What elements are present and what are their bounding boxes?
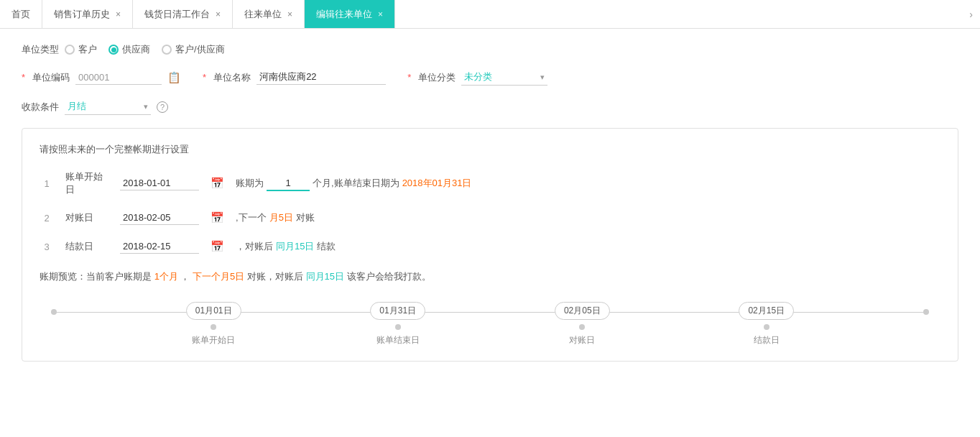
preview-comma1: ， <box>180 271 190 282</box>
box-title: 请按照未来的一个完整帐期进行设置 <box>40 143 940 156</box>
unit-category-value: 未分类 <box>464 70 537 83</box>
payment-value: 月结 <box>68 100 141 113</box>
timeline-left-end <box>51 302 57 315</box>
unit-code-input[interactable] <box>75 70 162 85</box>
row1-label: 账单开始日 <box>65 170 108 196</box>
settlement-row: 3 结款日 📅 ，对账后 同月15日 结款 <box>40 239 940 254</box>
timeline-dot-4 <box>764 324 769 330</box>
row2-cal-icon[interactable]: 📅 <box>211 211 224 224</box>
row2-prefix: ,下一个 <box>236 211 267 224</box>
tab-edit-unit-close[interactable]: × <box>378 9 383 19</box>
account-start-row: 1 账单开始日 📅 账期为 个月,账单结束日期为 2018年01月31日 <box>40 170 940 196</box>
unit-code-label: 单位编码 <box>32 71 70 84</box>
row1-desc: 账期为 个月,账单结束日期为 2018年01月31日 <box>236 176 471 191</box>
payment-help-icon[interactable]: ? <box>157 101 168 113</box>
radio-customer-label: 客户 <box>78 43 97 56</box>
row1-cal-icon[interactable]: 📅 <box>211 177 224 190</box>
unit-code-field: * 单位编码 📋 <box>22 70 181 85</box>
row3-prefix: ，对账后 <box>236 240 273 253</box>
preview-middle: 对账，对账后 <box>247 271 303 282</box>
unit-name-input[interactable] <box>256 70 386 85</box>
payment-select-arrow: ▾ <box>144 102 148 111</box>
account-date-row: 2 对账日 📅 ,下一个 月5日 对账 <box>40 211 940 225</box>
tab-edit-unit[interactable]: 编辑往来单位 × <box>305 0 395 28</box>
row2-suffix: 对账 <box>296 211 315 224</box>
timeline-right-end <box>923 302 929 315</box>
row1-num: 1 <box>40 178 54 189</box>
tab-home-label: 首页 <box>11 8 30 21</box>
timeline-point-1: 01月01日 账单开始日 <box>186 302 241 346</box>
unit-category-star: * <box>407 72 411 83</box>
unit-category-label: 单位分类 <box>418 71 456 84</box>
unit-name-star: * <box>203 72 206 83</box>
timeline-dot-1 <box>211 324 216 330</box>
timeline-sublabel-4: 结款日 <box>754 334 780 346</box>
timeline-label-2: 01月31日 <box>370 302 425 320</box>
unit-type-field: 单位类型 客户 供应商 客户/供应商 <box>22 43 225 56</box>
row3-desc: ，对账后 同月15日 结款 <box>236 240 336 253</box>
radio-customer-circle <box>65 45 75 55</box>
unit-category-select[interactable]: 未分类 ▾ <box>461 69 547 86</box>
unit-code-icon[interactable]: 📋 <box>167 71 181 84</box>
row2-label: 对账日 <box>65 211 108 224</box>
unit-type-label: 单位类型 <box>22 43 59 56</box>
row3-cal-icon[interactable]: 📅 <box>211 240 224 253</box>
period-box: 请按照未来的一个完整帐期进行设置 1 账单开始日 📅 账期为 个月,账单结束日期… <box>22 128 958 362</box>
radio-customer[interactable]: 客户 <box>65 43 97 56</box>
tab-unit-close[interactable]: × <box>287 9 292 19</box>
unit-code-star: * <box>22 72 25 83</box>
timeline-sublabel-3: 对账日 <box>569 334 595 346</box>
row3-highlight: 同月15日 <box>276 240 314 253</box>
unit-type-radio-group: 客户 供应商 客户/供应商 <box>65 43 225 56</box>
unit-info-row: * 单位编码 📋 * 单位名称 * 单位分类 未分类 ▾ <box>22 69 958 86</box>
tab-cashwork[interactable]: 钱货日清工作台 × <box>133 0 233 28</box>
preview-part3: 同月15日 <box>306 271 344 282</box>
timeline-point-2: 01月31日 账单结束日 <box>370 302 425 346</box>
tab-sales-history-close[interactable]: × <box>116 9 121 19</box>
row2-highlight: 月5日 <box>269 211 293 224</box>
timeline-right-dot <box>923 309 929 315</box>
tab-unit-label: 往来单位 <box>244 8 282 21</box>
tab-home[interactable]: 首页 <box>0 0 42 28</box>
timeline-point-4: 02月15日 结款日 <box>739 302 794 346</box>
timeline-wrapper: 01月01日 账单开始日 01月31日 账单结束日 02月05日 对账日 <box>40 302 940 346</box>
tab-bar: 首页 销售订单历史 × 钱货日清工作台 × 往来单位 × 编辑往来单位 × › <box>0 0 980 29</box>
timeline-sublabel-1: 账单开始日 <box>192 334 235 346</box>
row2-date-input[interactable] <box>120 211 199 225</box>
radio-both[interactable]: 客户/供应商 <box>162 43 225 56</box>
tab-more-arrow[interactable]: › <box>962 9 980 20</box>
timeline-label-3: 02月05日 <box>555 302 610 320</box>
payment-select[interactable]: 月结 ▾ <box>65 98 151 115</box>
radio-supplier-circle <box>108 45 119 55</box>
tab-cashwork-label: 钱货日清工作台 <box>144 8 210 21</box>
main-content: 单位类型 客户 供应商 客户/供应商 * 单位编码 <box>0 29 980 437</box>
timeline-dot-2 <box>395 324 401 330</box>
tab-cashwork-close[interactable]: × <box>216 9 221 19</box>
timeline-point-3: 02月05日 对账日 <box>555 302 610 346</box>
unit-type-row: 单位类型 客户 供应商 客户/供应商 <box>22 43 958 56</box>
row3-num: 3 <box>40 242 54 252</box>
preview-suffix: 该客户会给我打款。 <box>347 271 431 282</box>
row3-label: 结款日 <box>65 240 108 253</box>
row2-desc: ,下一个 月5日 对账 <box>236 211 315 224</box>
tab-sales-history[interactable]: 销售订单历史 × <box>42 0 133 28</box>
tab-sales-history-label: 销售订单历史 <box>54 8 110 21</box>
period-end-date: 2018年01月31日 <box>402 177 472 190</box>
radio-both-label: 客户/供应商 <box>175 43 225 56</box>
payment-field: 收款条件 月结 ▾ ? <box>22 98 168 115</box>
radio-supplier[interactable]: 供应商 <box>108 43 150 56</box>
period-for-label: 账期为 <box>236 177 264 190</box>
row3-date-input[interactable] <box>120 239 199 254</box>
row2-num: 2 <box>40 213 54 224</box>
period-input[interactable] <box>267 176 310 191</box>
tab-unit[interactable]: 往来单位 × <box>233 0 305 28</box>
timeline-dot-3 <box>579 324 585 330</box>
tab-edit-unit-label: 编辑往来单位 <box>316 8 372 21</box>
preview-prefix: 账期预览：当前客户账期是 <box>40 271 152 282</box>
unit-name-field: * 单位名称 <box>203 70 386 85</box>
row3-suffix: 结款 <box>317 240 336 253</box>
unit-category-field: * 单位分类 未分类 ▾ <box>407 69 547 86</box>
timeline-label-4: 02月15日 <box>739 302 794 320</box>
row1-date-input[interactable] <box>120 176 199 190</box>
timeline-left-dot <box>51 309 57 315</box>
